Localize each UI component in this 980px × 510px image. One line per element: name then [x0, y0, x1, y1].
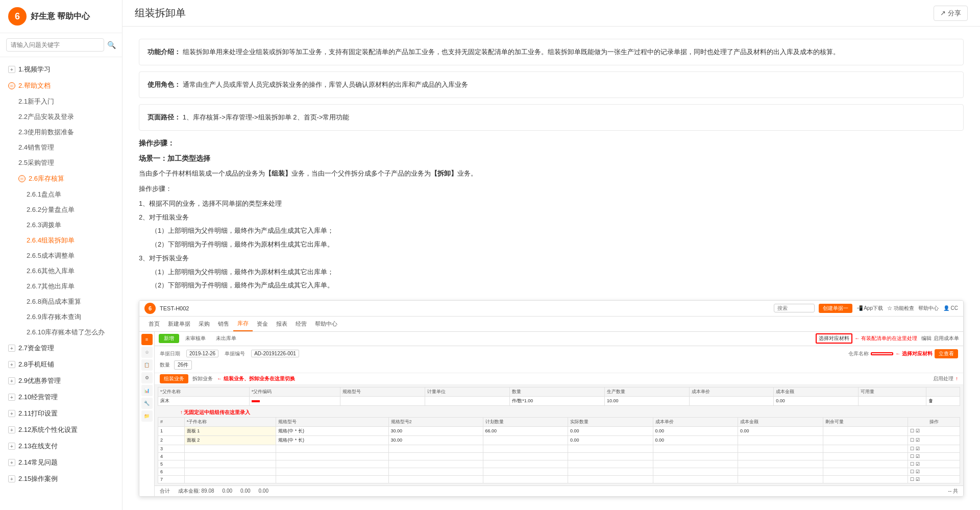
ss-appbar: 6 TEST-H002 创建单据一 📲 App下载 ☆ 功能检查 帮助中心 👤 …	[139, 301, 963, 317]
ss-nav-new[interactable]: 新建单据	[164, 316, 194, 331]
nav-tree: + 1.视频学习 − 2.帮助文档 2.1新手入门 2.2产品安装及登录 2.3…	[0, 57, 122, 510]
sidebar-item-inventory[interactable]: − 2.6库存核算	[18, 171, 122, 187]
sidebar-item-sales[interactable]: 2.4销售管理	[18, 140, 122, 155]
td-remain7	[823, 475, 908, 483]
ss-warehouse-area: 仓库名称 ← 选择对应材料 立查看	[848, 349, 958, 358]
sidebar-item-2-6-2[interactable]: 2.6.2分量盘点单	[27, 202, 122, 217]
sidebar-item-faq[interactable]: + 2.14常见问题	[0, 454, 122, 471]
share-button[interactable]: ↗ 分享	[934, 6, 968, 21]
sidebar-item-new-user[interactable]: 2.1新手入门	[18, 94, 122, 109]
ss-footer-summary: 合计 成本金额: 89.08 0.00 0.00 0.00 -- 共	[155, 485, 963, 496]
ss-footer-total: 0.00	[259, 488, 268, 494]
ss-enable-label: 启用处理	[933, 375, 953, 382]
sidebar-item-ops[interactable]: + 2.10经营管理	[0, 389, 122, 405]
search-input[interactable]	[6, 38, 104, 52]
ss-formset-btn[interactable]: 选择对应材料	[816, 333, 852, 344]
ss-nav-home[interactable]: 首页	[144, 316, 164, 331]
ss-assemble-tab[interactable]: 组装业务	[160, 374, 188, 383]
search-area[interactable]: 🔍	[0, 33, 122, 57]
ss-nav-funds[interactable]: 资金	[253, 316, 272, 331]
th-child-no: #	[158, 417, 185, 426]
td-actual5	[568, 460, 653, 468]
sidebar-item-cases[interactable]: + 2.15操作案例	[0, 471, 122, 487]
td-child-cu7	[653, 475, 738, 483]
ss-nav-ops[interactable]: 经营	[291, 316, 311, 331]
sidebar-item-2-6-1[interactable]: 2.6.1盘点单	[27, 187, 122, 202]
step2-subs: （1）上部明细为父件明细，最终作为产成品生成其它入库单； （2）下部明细为子件明…	[139, 225, 964, 251]
ss-warehouse-val[interactable]	[871, 352, 893, 355]
ss-form-row1: 单据日期 2019-12-26 单据编号 AD-20191226-001 仓库名…	[160, 349, 958, 358]
ss-annotation3: ← 组装业务、拆卸业务在这里切换	[217, 375, 295, 382]
ss-more-btn[interactable]: 启用成本单	[934, 335, 959, 342]
sidebar-item-data-prep[interactable]: 2.3使用前数据准备	[18, 125, 122, 140]
ss-footer-remain: 0.00	[240, 488, 250, 494]
expand-icon-video: +	[8, 66, 15, 73]
ss-lower-row4: 4 ☐ ☑	[158, 452, 960, 460]
nav-subsection-inventory: − 2.6库存核算 2.6.1盘点单 2.6.2分量盘点单 2.6.3调拨单 2…	[18, 171, 122, 340]
td-ops4: ☐ ☑	[908, 452, 960, 460]
sidebar-item-2-6-6[interactable]: 2.6.6其他入库单	[27, 263, 122, 279]
ss-inner-tabs: 新增 未审核单 未出库单 选择对应材料 ← 有装配清单的在这里处理 编辑 启用成…	[155, 332, 963, 346]
ss-nav-help[interactable]: 帮助中心	[311, 316, 341, 331]
ss-date-val[interactable]: 2019-12-26	[186, 350, 218, 357]
td-actual7	[568, 475, 653, 483]
ss-sidebar-icon7[interactable]: 📁	[141, 410, 153, 422]
steps-label2: 操作步骤：	[139, 183, 964, 195]
ss-annotation1-area: 选择对应材料 ← 有装配清单的在这里处理 编辑 启用成本单	[816, 333, 959, 344]
ss-tab-draft[interactable]: 未审核单	[181, 335, 210, 342]
ss-search[interactable]	[774, 304, 815, 312]
ss-sidebar-icon4[interactable]: ⚙	[141, 372, 153, 383]
ss-nav-inventory[interactable]: 库存	[233, 316, 253, 331]
ss-sidebar-icon3[interactable]: 📋	[141, 359, 153, 371]
ss-sidebar-icon2[interactable]: ☆	[141, 347, 153, 358]
sidebar-item-2-6-3[interactable]: 2.6.3调拨单	[27, 217, 122, 233]
td-child-name7	[184, 475, 276, 483]
ss-disassemble-tab[interactable]: 拆卸业务	[192, 375, 213, 382]
sidebar-item-install[interactable]: 2.2产品安装及登录	[18, 109, 122, 125]
ss-nav-purchase[interactable]: 采购	[194, 316, 214, 331]
sidebar-item-2-6-5[interactable]: 2.6.5成本调整单	[27, 248, 122, 263]
sidebar-item-2-6-10[interactable]: 2.6.10库存账本错了怎么办	[27, 325, 122, 340]
ss-tab-new[interactable]: 新增	[159, 334, 179, 343]
sidebar-item-label-video: 1.视频学习	[18, 65, 51, 74]
sidebar-item-label-print: 2.11打印设置	[18, 409, 58, 418]
ss-sidebar-icon1[interactable]: ≡	[141, 334, 153, 345]
ss-nav-sales[interactable]: 销售	[214, 316, 233, 331]
search-icon[interactable]: 🔍	[107, 41, 116, 49]
ss-confirm-btn[interactable]: 立查看	[935, 349, 958, 358]
sidebar-item-coupon[interactable]: + 2.9优惠券管理	[0, 373, 122, 389]
td-remain2	[823, 435, 908, 445]
td-child-ca7	[738, 475, 823, 483]
sidebar-item-system[interactable]: + 2.12系统个性化设置	[0, 422, 122, 438]
sidebar-item-2-6-9[interactable]: 2.6.9库存账本查询	[27, 309, 122, 325]
td-ops3: ☐ ☑	[908, 445, 960, 452]
td-child-spec1-7	[276, 475, 388, 483]
sidebar-item-print[interactable]: + 2.11打印设置	[0, 405, 122, 422]
td-parent-name1: 床木	[158, 396, 250, 405]
td-remain4	[823, 452, 908, 460]
sidebar-item-online-pay[interactable]: + 2.13在线支付	[0, 438, 122, 454]
td-plan6	[483, 468, 568, 475]
ss-sidebar-icon5[interactable]: 📊	[141, 385, 153, 396]
ss-sidebar-icon6[interactable]: 🔧	[141, 398, 153, 409]
ss-new-btn[interactable]: 创建单据一	[819, 304, 852, 313]
sidebar-item-docs[interactable]: − 2.帮助文档	[0, 78, 122, 94]
sidebar-item-video[interactable]: + 1.视频学习	[0, 61, 122, 78]
th-spec: 规格型号	[340, 387, 425, 396]
sidebar-item-purchase[interactable]: 2.5采购管理	[18, 155, 122, 171]
sidebar-item-funds[interactable]: + 2.7资金管理	[0, 340, 122, 356]
ss-annotation5: 无固定运中组组传在这里录入	[184, 409, 250, 416]
ss-nav-report[interactable]: 报表	[272, 316, 291, 331]
th-prod-qty: 生产数量	[604, 387, 689, 396]
ss-qty-val: 26件	[174, 360, 192, 370]
content-area: 功能介绍： 组装拆卸单用来处理企业组装或拆卸等加工业务，支持有固定装配清单的产品…	[122, 27, 980, 510]
ss-edit-btn[interactable]: 编辑	[921, 335, 932, 342]
th-child-costamt: 成本金额	[738, 417, 823, 426]
sidebar-item-2-6-8[interactable]: 2.6.8商品成本重算	[27, 294, 122, 309]
sidebar-item-2-6-4[interactable]: 2.6.4组装拆卸单	[27, 233, 122, 248]
expand-icon-mobile: +	[8, 361, 15, 368]
ss-lower-thead: # *子件名称 规格型号 规格型号2 计划数量 实际数量 成本单价 成本金额 剩…	[158, 417, 960, 426]
ss-tab-unout[interactable]: 未出库单	[212, 335, 240, 342]
sidebar-item-mobile[interactable]: + 2.8手机旺铺	[0, 356, 122, 373]
sidebar-item-2-6-7[interactable]: 2.6.7其他出库单	[27, 279, 122, 294]
